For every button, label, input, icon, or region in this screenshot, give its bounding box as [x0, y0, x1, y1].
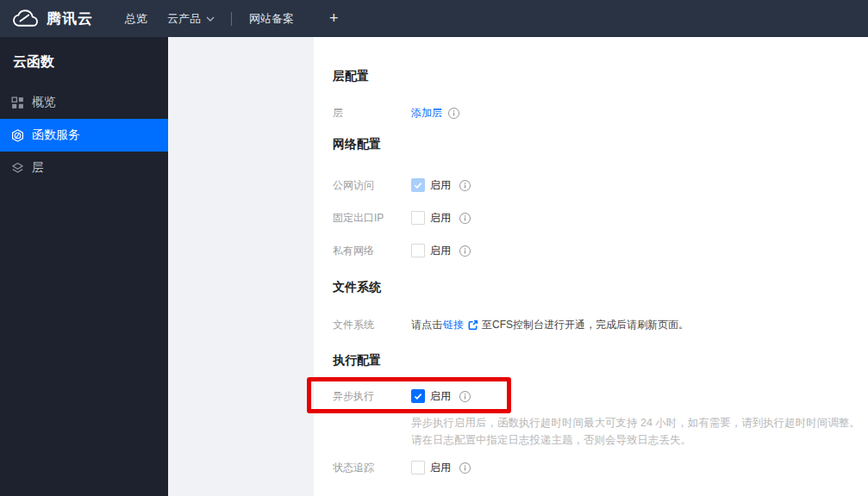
private-network-checkbox[interactable]	[411, 244, 425, 257]
field-label-status-tracing: 状态追踪	[333, 461, 411, 475]
form-row-public-network-access: 公网访问 启用	[333, 177, 471, 193]
help-line-1: 异步执行启用后，函数执行超时时间最大可支持 24 小时，如有需要，请到执行超时时…	[411, 414, 860, 431]
form-row-layer: 层 添加层	[333, 105, 460, 121]
info-icon[interactable]	[459, 245, 471, 257]
add-tab-button[interactable]: +	[329, 9, 339, 28]
field-label-layer: 层	[333, 106, 411, 121]
info-icon[interactable]	[459, 462, 471, 474]
nav-overview[interactable]: 总览	[125, 11, 147, 27]
secondary-pane	[168, 37, 314, 496]
enable-label: 启用	[430, 211, 451, 226]
hint-prefix: 请点击	[411, 318, 442, 332]
form-row-file-system: 文件系统 请点击 链接 至CFS控制台进行开通，完成后请刷新页面。	[333, 317, 689, 332]
status-tracing-checkbox[interactable]	[411, 461, 425, 474]
fixed-ip-checkbox[interactable]	[411, 211, 425, 225]
enable-label: 启用	[430, 389, 451, 404]
form-row-status-tracing: 状态追踪 启用	[333, 460, 471, 475]
section-heading-execution-config: 执行配置	[333, 353, 381, 369]
nav-cloud-products[interactable]: 云产品	[167, 11, 215, 27]
field-label-async-execution: 异步执行	[333, 389, 411, 404]
chevron-down-icon	[206, 16, 215, 22]
nav-divider	[231, 12, 232, 26]
sidebar: 云函数 概览 函数服务	[0, 37, 168, 496]
enable-label: 启用	[430, 178, 451, 193]
file-system-hint: 请点击 链接 至CFS控制台进行开通，完成后请刷新页面。	[411, 318, 689, 332]
cloud-logo-icon	[12, 9, 39, 28]
field-label-fixed-ip: 固定出口IP	[333, 211, 411, 226]
add-layer-link[interactable]: 添加层	[411, 106, 442, 121]
sidebar-item-layers[interactable]: 层	[0, 152, 168, 184]
sidebar-menu: 概览 函数服务 层	[0, 86, 168, 184]
help-line-2: 请在日志配置中指定日志投递主题，否则会导致日志丢失。	[411, 431, 860, 449]
section-heading-network-config: 网络配置	[333, 137, 381, 152]
form-row-fixed-outbound-ip: 固定出口IP 启用	[333, 210, 471, 226]
sidebar-title: 云函数	[13, 53, 54, 71]
cfs-console-link[interactable]: 链接	[443, 318, 464, 332]
brand-name: 腾讯云	[47, 9, 93, 28]
info-icon[interactable]	[447, 107, 460, 120]
async-execution-checkbox[interactable]	[411, 389, 425, 403]
form-row-private-network: 私有网络 启用	[333, 243, 471, 258]
public-access-checkbox	[411, 178, 425, 192]
nav-website-beian[interactable]: 网站备案	[249, 11, 294, 27]
function-service-icon	[11, 129, 24, 142]
async-execution-help-text: 异步执行启用后，函数执行超时时间最大可支持 24 小时，如有需要，请到执行超时时…	[411, 414, 860, 449]
enable-label: 启用	[430, 244, 451, 258]
sidebar-item-function-service[interactable]: 函数服务	[0, 119, 168, 152]
sidebar-item-label: 函数服务	[32, 127, 80, 143]
info-icon[interactable]	[459, 212, 471, 225]
layers-icon	[11, 162, 24, 175]
sidebar-item-overview[interactable]: 概览	[0, 86, 168, 119]
grid-icon	[11, 96, 24, 109]
info-icon[interactable]	[459, 179, 471, 192]
field-label-vpc: 私有网络	[333, 244, 411, 258]
function-config-panel: 层配置 层 添加层 网络配置 公网访问 启用 固定出口IP 启用 私有网络	[314, 37, 868, 496]
enable-label: 启用	[430, 461, 451, 475]
nav-cloud-products-label: 云产品	[167, 11, 201, 27]
info-icon[interactable]	[459, 390, 471, 403]
section-heading-file-system: 文件系统	[333, 280, 381, 295]
sidebar-item-label: 概览	[32, 95, 56, 110]
field-label-public-access: 公网访问	[333, 178, 411, 193]
hint-suffix: 至CFS控制台进行开通，完成后请刷新页面。	[482, 318, 689, 332]
sidebar-item-label: 层	[32, 160, 44, 176]
tencent-cloud-logo[interactable]: 腾讯云	[12, 9, 93, 28]
topbar: 腾讯云 总览 云产品 网站备案 +	[0, 0, 868, 37]
field-label-file-system: 文件系统	[333, 318, 411, 332]
form-row-async-execution: 异步执行 启用	[333, 388, 471, 404]
external-link-icon[interactable]	[467, 319, 478, 331]
section-heading-layer-config: 层配置	[333, 69, 369, 84]
